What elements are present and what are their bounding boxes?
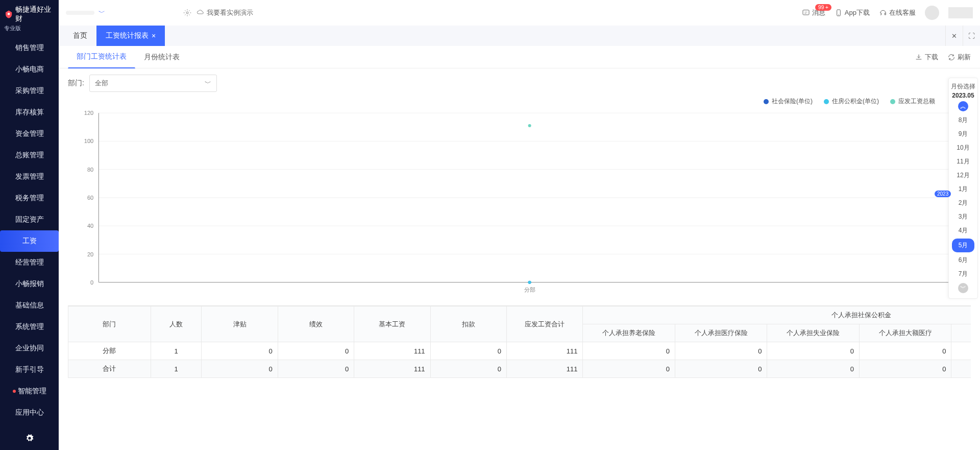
nav-item-发票管理[interactable]: 发票管理 — [0, 166, 59, 187]
table-cell: 111 — [507, 360, 583, 378]
nav-item-企业协同[interactable]: 企业协同 — [0, 338, 59, 359]
nav-item-label: 工资 — [22, 236, 37, 245]
month-option[interactable]: 3月 — [949, 210, 977, 224]
month-down-button[interactable]: ︾ — [958, 283, 968, 293]
app-download-button[interactable]: App下载 — [835, 8, 870, 17]
legend-label: 应发工资总额 — [898, 97, 935, 106]
legend-item[interactable]: 住房公积金(单位) — [824, 97, 879, 106]
nav-item-总账管理[interactable]: 总账管理 — [0, 145, 59, 166]
month-option[interactable]: 7月 — [949, 267, 977, 281]
tab-home-label: 首页 — [73, 31, 87, 40]
tabs-controls: ✕ ⛶ — [945, 26, 980, 46]
month-option[interactable]: 6月 — [949, 253, 977, 267]
month-option[interactable]: 4月 — [949, 224, 977, 238]
gear-icon — [183, 9, 191, 17]
nav-item-label: 发票管理 — [15, 172, 44, 180]
nav-item-小畅电商[interactable]: 小畅电商 — [0, 59, 59, 80]
nav-item-label: 销售管理 — [15, 43, 44, 52]
month-option[interactable]: 1月 — [949, 182, 977, 196]
nav-item-label: 小畅报销 — [15, 279, 44, 288]
inner-tab-month[interactable]: 月份统计表 — [135, 46, 188, 68]
tab-home[interactable]: 首页 — [64, 26, 96, 46]
nav-item-经营管理[interactable]: 经营管理 — [0, 252, 59, 273]
nav-item-基础信息[interactable]: 基础信息 — [0, 295, 59, 316]
table-cell: 0 — [767, 360, 860, 378]
avatar[interactable] — [925, 6, 939, 20]
month-up-button[interactable]: ︽ — [958, 101, 968, 111]
month-option[interactable]: 5月 — [952, 239, 974, 252]
demo-label: 我要看实例演示 — [207, 8, 253, 17]
legend-item[interactable]: 应发工资总额 — [890, 97, 935, 106]
dept-select[interactable]: 全部 ﹀ — [89, 75, 217, 92]
nav-item-工资[interactable]: 工资 — [0, 230, 59, 252]
inner-tab-dept-label: 部门工资统计表 — [77, 52, 127, 61]
month-option[interactable]: 9月 — [949, 127, 977, 141]
refresh-label: 刷新 — [958, 53, 971, 62]
nav-item-小畅报销[interactable]: 小畅报销 — [0, 273, 59, 295]
user-name-placeholder[interactable] — [948, 7, 973, 18]
table-cell: 0 — [202, 360, 278, 378]
notification-dot-icon — [13, 390, 16, 393]
table-cell: 0 — [675, 360, 767, 378]
table-cell: 0 — [767, 342, 860, 360]
nav-item-销售管理[interactable]: 销售管理 — [0, 37, 59, 59]
table-cell: 0 — [278, 342, 354, 360]
sidebar: 畅捷通好业财 专业版 销售管理小畅电商采购管理库存核算资金管理总账管理发票管理税… — [0, 0, 59, 450]
demo-button[interactable]: 我要看实例演示 — [197, 8, 253, 17]
table-row: 合计1001110111000000 — [68, 360, 971, 378]
chevron-down-icon: ﹀ — [99, 8, 105, 17]
tabs-close-all-button[interactable]: ✕ — [945, 26, 963, 46]
tab-salary-report[interactable]: 工资统计报表 × — [96, 26, 165, 46]
brand-logo: 畅捷通好业财 — [0, 0, 59, 25]
filter-row: 部门: 全部 ﹀ — [59, 68, 980, 98]
refresh-button[interactable]: 刷新 — [947, 53, 971, 62]
month-option[interactable]: 8月 — [949, 113, 977, 127]
table-row: 分部1001110111000000 — [68, 342, 971, 360]
close-icon[interactable]: × — [152, 32, 156, 40]
chevron-down-icon: ﹀ — [205, 79, 211, 88]
col-header: 个人承担住房公… — [951, 324, 971, 342]
nav-item-label: 基础信息 — [15, 301, 44, 309]
customer-service-button[interactable]: 在线客服 — [879, 8, 916, 17]
inner-tab-month-label: 月份统计表 — [144, 53, 180, 62]
nav-item-label: 经营管理 — [15, 258, 44, 266]
company-selector[interactable]: ﹀ — [66, 8, 178, 17]
nav-item-智能管理[interactable]: 智能管理 — [0, 381, 59, 402]
fullscreen-button[interactable]: ⛶ — [963, 26, 980, 46]
nav-item-新手引导[interactable]: 新手引导 — [0, 359, 59, 381]
month-option[interactable]: 2月 — [949, 196, 977, 210]
nav-item-固定资产[interactable]: 固定资产 — [0, 209, 59, 230]
month-option[interactable]: 11月 — [949, 155, 977, 169]
brand-title: 畅捷通好业财 — [15, 5, 55, 23]
messages-button[interactable]: 消息 99 + — [802, 8, 825, 17]
header-right: 消息 99 + App下载 在线客服 — [802, 6, 973, 20]
nav-item-label: 库存核算 — [15, 108, 44, 116]
nav-item-应用中心[interactable]: 应用中心 — [0, 402, 59, 423]
nav-item-库存核算[interactable]: 库存核算 — [0, 102, 59, 123]
nav-item-系统管理[interactable]: 系统管理 — [0, 316, 59, 338]
header-settings-button[interactable] — [183, 9, 191, 17]
company-name — [66, 11, 94, 15]
table-cell: 0 — [675, 342, 767, 360]
top-header: ﹀ 我要看实例演示 消息 99 + App下载 在线客服 — [59, 0, 980, 26]
svg-point-4 — [838, 14, 839, 15]
filter-label: 部门: — [68, 79, 84, 88]
download-button[interactable]: 下载 — [915, 53, 938, 62]
nav-item-采购管理[interactable]: 采购管理 — [0, 80, 59, 102]
col-header: 个人承担大额医疗 — [859, 324, 951, 342]
data-table-wrap[interactable]: 部门人数津贴绩效基本工资扣款应发工资合计个人承担社保公积金个人承担养老保险个人承… — [68, 305, 971, 378]
table-cell: 111 — [354, 360, 430, 378]
nav-item-税务管理[interactable]: 税务管理 — [0, 187, 59, 209]
nav-item-资金管理[interactable]: 资金管理 — [0, 123, 59, 145]
table-cell: 0 — [202, 342, 278, 360]
month-option[interactable]: 12月 — [949, 169, 977, 182]
col-header: 个人承担养老保险 — [583, 324, 675, 342]
svg-text:20: 20 — [87, 251, 93, 257]
data-table: 部门人数津贴绩效基本工资扣款应发工资合计个人承担社保公积金个人承担养老保险个人承… — [68, 306, 971, 378]
table-cell: 111 — [354, 342, 430, 360]
month-option[interactable]: 10月 — [949, 141, 977, 155]
sidebar-settings[interactable] — [0, 428, 59, 450]
inner-tab-dept[interactable]: 部门工资统计表 — [68, 46, 135, 68]
legend-item[interactable]: 社会保险(单位) — [764, 97, 813, 106]
toolbar-right: 下载 刷新 — [915, 53, 971, 62]
